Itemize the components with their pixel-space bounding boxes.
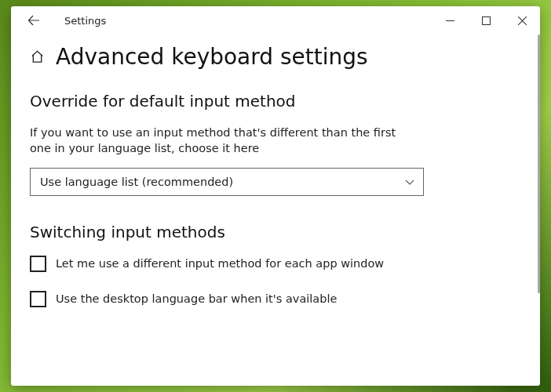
- section-override-description: If you want to use an input method that'…: [30, 125, 407, 157]
- scrollbar[interactable]: [538, 34, 540, 293]
- maximize-button[interactable]: [468, 6, 504, 34]
- checkbox-desktop-bar[interactable]: [30, 291, 46, 307]
- checkbox-per-app-label: Let me use a different input method for …: [56, 257, 384, 270]
- app-title: Settings: [64, 15, 106, 27]
- back-button[interactable]: [16, 6, 52, 34]
- option-per-app-window[interactable]: Let me use a different input method for …: [30, 256, 521, 272]
- minimize-icon: [446, 16, 454, 25]
- option-desktop-language-bar[interactable]: Use the desktop language bar when it's a…: [30, 291, 521, 307]
- svg-rect-0: [482, 16, 490, 24]
- minimize-button[interactable]: [432, 6, 468, 34]
- checkbox-per-app[interactable]: [30, 256, 46, 272]
- back-arrow-icon: [27, 14, 40, 27]
- page-header: Advanced keyboard settings: [30, 44, 521, 70]
- section-override-heading: Override for default input method: [30, 92, 521, 111]
- chevron-down-icon: [404, 176, 415, 187]
- default-input-method-dropdown[interactable]: Use language list (recommended): [30, 168, 424, 196]
- section-switching-heading: Switching input methods: [30, 223, 521, 241]
- page-title: Advanced keyboard settings: [56, 44, 368, 70]
- dropdown-value: Use language list (recommended): [40, 176, 233, 188]
- title-bar: Settings: [11, 6, 540, 34]
- settings-window: Settings Advanced keyboard settings Over…: [11, 6, 540, 386]
- checkbox-desktop-bar-label: Use the desktop language bar when it's a…: [56, 292, 337, 305]
- close-button[interactable]: [504, 6, 540, 34]
- close-icon: [518, 16, 527, 25]
- maximize-icon: [482, 16, 491, 25]
- home-icon[interactable]: [30, 49, 45, 64]
- content-area: Advanced keyboard settings Override for …: [11, 34, 540, 386]
